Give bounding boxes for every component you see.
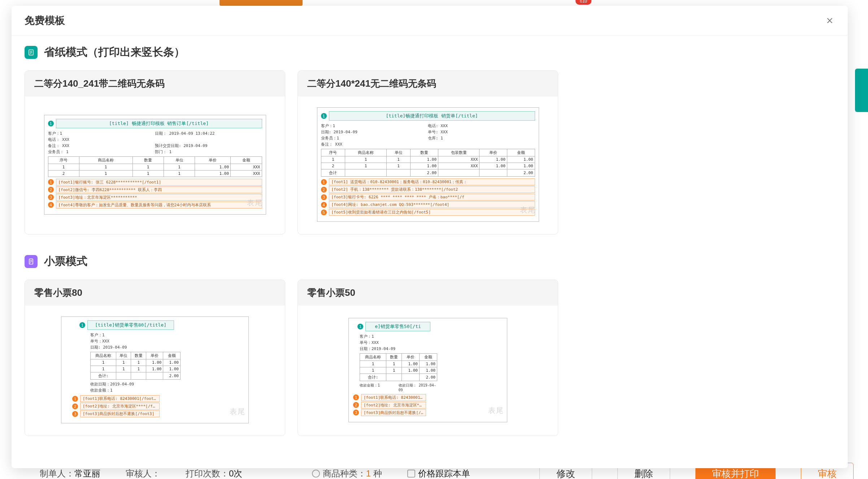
items-table: 序号商品名称数量单位单价金额 11111.00XXX 21111.00XXX	[48, 156, 262, 177]
doc-icon	[25, 46, 38, 59]
modal-body: 省纸模式（打印出来竖长条） 二等分140_241带二维码无条码 1 [title…	[12, 35, 848, 468]
section-receipt: 小票模式 零售小票80 1 [title]销货单零售80[/title] 客户	[25, 254, 835, 436]
template-name: 二等分140*241无二维码无条码	[298, 71, 558, 96]
template-card-140-241-noqr[interactable]: 二等分140*241无二维码无条码 1 [title]畅捷通打印模板 销货单[/…	[298, 70, 558, 234]
template-name: 零售小票80	[25, 280, 285, 306]
receipt-title: [title]畅捷通打印模板 销货单[/title]	[329, 111, 535, 121]
modal-header: 免费模板	[12, 6, 848, 35]
watermark: 表尾	[488, 406, 504, 415]
marker-1: 1	[48, 121, 54, 126]
side-handle[interactable]	[855, 69, 868, 112]
free-template-modal: 免费模板 省纸模式（打印出来竖长条） 二等分140_241带二维码无条码	[12, 6, 848, 468]
marker-1: 1	[321, 113, 327, 119]
template-preview: 1 [title] 畅捷通打印模板 销售订单[/title] 客户：1日期： 2…	[25, 96, 285, 234]
close-icon	[826, 17, 834, 25]
template-preview: 1 [title]畅捷通打印模板 销货单[/title] 客户：1电话: XXX…	[298, 96, 558, 234]
watermark: 表尾	[230, 407, 246, 417]
template-card-140-241-qr[interactable]: 二等分140_241带二维码无条码 1 [title] 畅捷通打印模板 销售订单…	[25, 70, 285, 234]
template-card-retail-80[interactable]: 零售小票80 1 [title]销货单零售80[/title] 客户：1 单号：…	[25, 280, 285, 436]
template-card-retail-50[interactable]: 零售小票50 1 e]销货单零售50[/ti 客户：1 单号：XXX 日期：20…	[298, 280, 558, 436]
section-head: 省纸模式（打印出来竖长条）	[25, 45, 835, 60]
receipt-title: [title] 畅捷通打印模板 销售订单[/title]	[56, 119, 262, 128]
card-row: 二等分140_241带二维码无条码 1 [title] 畅捷通打印模板 销售订单…	[25, 70, 835, 234]
modal-title: 免费模板	[25, 14, 65, 27]
receipt-preview: 1 [title]畅捷通打印模板 销货单[/title] 客户：1电话: XXX…	[317, 107, 539, 222]
template-name: 零售小票50	[298, 280, 558, 306]
notification-badge: 610	[576, 0, 591, 5]
receipt-preview: 1 [title]销货单零售80[/title] 客户：1 单号：XXX 日期:…	[61, 316, 249, 423]
close-button[interactable]	[823, 13, 837, 28]
watermark: 表尾	[247, 198, 263, 208]
section-paper-saving: 省纸模式（打印出来竖长条） 二等分140_241带二维码无条码 1 [title…	[25, 45, 835, 234]
receipt-preview: 1 [title] 畅捷通打印模板 销售订单[/title] 客户：1日期： 2…	[44, 115, 266, 215]
receipt-icon	[25, 255, 38, 268]
watermark: 表尾	[520, 205, 536, 215]
template-name: 二等分140_241带二维码无条码	[25, 71, 285, 96]
footer-bar: 制单人：常亚丽 审核人： 打印次数：0次 商品种类：1 种 价格跟踪本单 修改 …	[40, 468, 854, 479]
section-title: 小票模式	[44, 254, 87, 269]
section-title: 省纸模式（打印出来竖长条）	[44, 45, 185, 60]
items-table: 序号商品名称单位数量包装数量单价金额 1111.00XXX1.001.00 21…	[321, 149, 535, 177]
receipt-preview: 1 e]销货单零售50[/ti 客户：1 单号：XXX 日期：2019-04-0…	[348, 318, 507, 422]
bg-orange-strip	[220, 0, 303, 6]
